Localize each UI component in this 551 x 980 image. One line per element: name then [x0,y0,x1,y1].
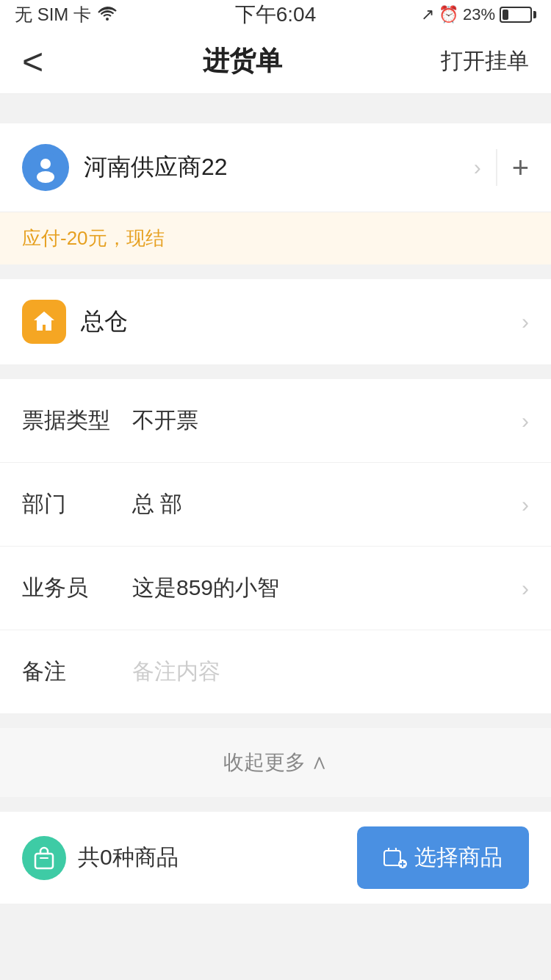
page-title: 进货单 [203,43,282,79]
open-pending-button[interactable]: 打开挂单 [441,46,529,76]
battery-icon [500,7,536,23]
form-section: 票据类型 不开票 › 部门 总 部 › 业务员 这是859的小智 › 备注 备注… [0,379,551,713]
warehouse-chevron-icon: › [522,309,529,334]
supplier-chevron-icon: › [474,155,481,180]
warehouse-section[interactable]: 总仓 › [0,279,551,364]
supplier-add-button[interactable]: + [512,151,529,184]
divider-1 [0,94,551,109]
carrier-text: 无 SIM 卡 [15,3,91,26]
alarm-icon: ⏰ [439,5,458,24]
location-icon: ↗ [421,5,434,24]
warehouse-icon [22,300,66,344]
product-count-text: 共0种商品 [78,843,179,873]
sales-row[interactable]: 业务员 这是859的小智 › [0,547,551,630]
invoice-chevron-icon: › [522,408,529,433]
status-time: 下午6:04 [235,1,317,29]
nav-bar: < 进货单 打开挂单 [0,29,551,94]
battery-percent: 23% [463,5,495,24]
collapse-label: 收起更多 ∧ [223,751,328,774]
product-icon [22,836,66,880]
dept-chevron-icon: › [522,492,529,517]
remark-input[interactable]: 备注内容 [118,657,529,687]
status-right: ↗ ⏰ 23% [421,5,536,24]
remark-row[interactable]: 备注 备注内容 [0,630,551,713]
svg-rect-4 [384,851,400,865]
select-product-label: 选择商品 [414,843,503,873]
notice-text: 应付-20元，现结 [22,227,165,249]
bottom-bar: 共0种商品 选择商品 [0,812,551,904]
notice-bar: 应付-20元，现结 [0,212,551,264]
svg-point-1 [40,159,51,169]
wifi-icon [97,4,118,25]
sales-label: 业务员 [22,573,118,603]
back-button[interactable]: < [22,40,43,83]
svg-rect-3 [35,854,53,868]
supplier-row[interactable]: 河南供应商22 › + [0,123,551,212]
remark-label: 备注 [22,657,118,687]
invoice-value: 不开票 [118,406,522,436]
supplier-section: 河南供应商22 › + 应付-20元，现结 [0,123,551,264]
status-bar: 无 SIM 卡 下午6:04 ↗ ⏰ 23% [0,0,551,29]
svg-point-2 [37,171,54,183]
supplier-name: 河南供应商22 [84,151,474,184]
sales-value: 这是859的小智 [118,573,522,603]
supplier-divider [496,149,497,186]
invoice-row[interactable]: 票据类型 不开票 › [0,379,551,463]
collapse-row[interactable]: 收起更多 ∧ [0,728,551,797]
product-info: 共0种商品 [22,836,179,880]
invoice-label: 票据类型 [22,406,118,436]
dept-value: 总 部 [118,489,522,519]
sales-chevron-icon: › [522,576,529,601]
select-product-button[interactable]: 选择商品 [357,826,529,889]
warehouse-name: 总仓 [81,306,522,338]
status-left: 无 SIM 卡 [15,3,118,26]
dept-row[interactable]: 部门 总 部 › [0,463,551,547]
supplier-avatar [22,144,69,191]
dept-label: 部门 [22,489,118,519]
